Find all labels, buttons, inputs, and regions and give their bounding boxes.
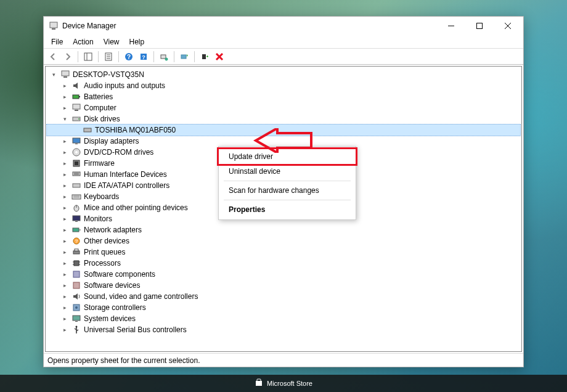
svg-rect-42 [73, 184, 80, 187]
device-manager-window: Device Manager File Action View Help ? ? [43, 16, 524, 367]
chevron-right-icon[interactable]: ▸ [60, 159, 69, 168]
chevron-right-icon[interactable]: ▸ [60, 248, 69, 256]
svg-point-17 [165, 58, 168, 60]
help-button[interactable]: ? [122, 50, 136, 63]
chevron-right-icon[interactable]: ▸ [60, 281, 69, 290]
help-button-2[interactable]: ? [137, 50, 150, 63]
tree-node-system[interactable]: ▸ System devices [47, 313, 520, 324]
svg-rect-18 [181, 55, 186, 59]
menu-help[interactable]: Help [124, 36, 150, 47]
svg-rect-27 [79, 96, 80, 97]
properties-button[interactable] [102, 50, 115, 63]
maximize-button[interactable] [465, 17, 494, 35]
chevron-right-icon[interactable]: ▸ [60, 203, 69, 212]
chevron-right-icon[interactable]: ▸ [60, 270, 69, 279]
svg-rect-66 [75, 321, 78, 322]
tree-root-label: DESKTOP-VSTQ35N [73, 69, 144, 80]
add-driver-button[interactable] [198, 50, 211, 63]
chevron-right-icon[interactable]: ▸ [60, 259, 69, 267]
tree-node-diskdrives[interactable]: ▾ Disk drives [47, 113, 520, 125]
chevron-right-icon[interactable]: ▸ [60, 314, 69, 323]
toolbar-separator [118, 51, 119, 62]
chevron-right-icon[interactable]: ▸ [60, 92, 69, 101]
tree-node-batteries[interactable]: ▸ Batteries [47, 91, 520, 102]
update-driver-button[interactable] [177, 50, 191, 63]
chevron-right-icon[interactable]: ▸ [60, 81, 69, 90]
toolbar-separator [98, 51, 99, 62]
tree-node-storage[interactable]: ▸ Storage controllers [47, 302, 520, 313]
svg-rect-69 [256, 381, 262, 386]
tree-label: Display adapters [84, 136, 139, 147]
taskbar-microsoft-store[interactable]: Microsoft Store [247, 376, 320, 391]
ctx-uninstall-device[interactable]: Uninstall device [219, 164, 356, 179]
titlebar: Device Manager [44, 17, 523, 35]
chevron-right-icon[interactable]: ▸ [60, 104, 69, 112]
tree-label: IDE ATA/ATAPI controllers [84, 180, 169, 191]
tree-label: Monitors [84, 213, 112, 224]
tree-node-printq[interactable]: ▸ Print queues [47, 247, 520, 258]
svg-rect-54 [73, 251, 80, 254]
forward-button[interactable] [61, 50, 75, 63]
chevron-right-icon[interactable]: ▸ [60, 137, 69, 145]
svg-rect-25 [63, 76, 67, 78]
menu-action[interactable]: Action [68, 36, 98, 47]
ctx-scan-hardware[interactable]: Scan for hardware changes [219, 183, 356, 198]
chevron-right-icon[interactable]: ▸ [60, 181, 69, 190]
cpu-icon [71, 258, 81, 268]
tree-node-computer[interactable]: ▸ Computer [47, 102, 520, 113]
chevron-right-icon[interactable]: ▸ [60, 214, 69, 223]
chevron-right-icon[interactable]: ▸ [60, 192, 69, 201]
close-button[interactable] [494, 17, 522, 35]
tree-label: Computer [84, 102, 116, 113]
tree-node-swdev[interactable]: ▸ Software devices [47, 280, 520, 291]
svg-rect-1 [52, 28, 55, 30]
chevron-right-icon[interactable]: ▸ [60, 170, 69, 179]
chevron-down-icon[interactable]: ▾ [60, 115, 69, 123]
toolbar-separator [78, 51, 78, 62]
tree-label: System devices [84, 313, 136, 324]
minimize-button[interactable] [437, 17, 465, 35]
menu-file[interactable]: File [46, 36, 68, 47]
uninstall-button[interactable] [213, 50, 226, 63]
system-icon [71, 314, 81, 324]
audio-icon [71, 81, 81, 91]
show-hide-tree-button[interactable] [81, 50, 95, 63]
tree-node-processors[interactable]: ▸ Processors [47, 258, 520, 269]
other-icon: ? [71, 236, 81, 246]
tree-node-swcomp[interactable]: ▸ Software components [47, 269, 520, 280]
svg-rect-16 [161, 55, 166, 59]
tree-label: DVD/CD-ROM drives [84, 147, 153, 158]
toolbar: ? ? [44, 49, 523, 65]
svg-point-36 [75, 151, 78, 153]
tree-node-audio[interactable]: ▸ Audio inputs and outputs [47, 80, 520, 91]
statusbar-text: Opens property sheet for the current sel… [47, 356, 200, 365]
ctx-properties[interactable]: Properties [219, 202, 356, 217]
chevron-right-icon[interactable]: ▸ [60, 148, 69, 157]
tree-node-sound[interactable]: ▸ Sound, video and game controllers [47, 291, 520, 302]
chevron-right-icon[interactable]: ▸ [60, 237, 69, 245]
software-component-icon [71, 269, 81, 279]
back-button[interactable] [46, 50, 60, 63]
taskbar[interactable]: Microsoft Store [0, 375, 567, 392]
app-icon [49, 21, 59, 31]
tree-node-network[interactable]: ▸ Network adapters [47, 224, 520, 235]
chevron-right-icon[interactable]: ▸ [60, 303, 69, 312]
tree-root[interactable]: ▾ DESKTOP-VSTQ35N [47, 69, 520, 80]
tree-label: Universal Serial Bus controllers [84, 324, 187, 335]
menu-view[interactable]: View [99, 36, 124, 47]
svg-rect-32 [84, 128, 91, 132]
scan-hardware-button[interactable] [157, 50, 171, 63]
svg-rect-38 [75, 161, 78, 165]
tree-node-usb[interactable]: ▸ Universal Serial Bus controllers [47, 324, 520, 335]
chevron-right-icon[interactable]: ▸ [60, 292, 69, 301]
tree-label: Storage controllers [84, 302, 146, 313]
tree-node-other[interactable]: ▸ ? Other devices [47, 235, 520, 247]
chevron-down-icon[interactable]: ▾ [49, 70, 58, 79]
svg-rect-61 [73, 271, 80, 277]
ctx-separator [224, 200, 351, 200]
svg-rect-24 [62, 71, 69, 76]
chevron-right-icon[interactable]: ▸ [60, 325, 69, 334]
chevron-right-icon[interactable]: ▸ [60, 226, 69, 234]
tree-label: Mice and other pointing devices [84, 202, 188, 213]
menubar: File Action View Help [44, 35, 523, 49]
